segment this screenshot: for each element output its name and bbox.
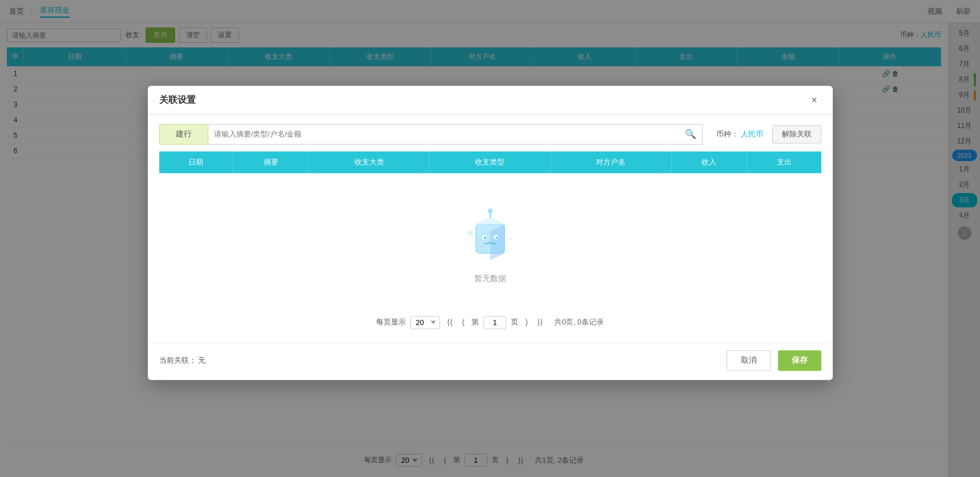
empty-state: 暂无数据 bbox=[159, 173, 821, 307]
svg-point-5 bbox=[484, 237, 486, 239]
modal-title: 关联设置 bbox=[159, 94, 196, 106]
col-expense: 支出 bbox=[747, 151, 821, 173]
first-page-btn[interactable]: ⟨⟨ bbox=[445, 316, 455, 328]
col-date: 日期 bbox=[159, 151, 233, 173]
total-records: 共0页, 0条记录 bbox=[554, 317, 604, 327]
per-page-label: 每页显示 bbox=[376, 317, 406, 327]
modal-header: 关联设置 × bbox=[148, 86, 833, 115]
svg-point-8 bbox=[489, 209, 492, 213]
footer-buttons: 取消 保存 bbox=[727, 350, 821, 371]
modal-close-button[interactable]: × bbox=[808, 94, 821, 107]
col-abstract: 摘要 bbox=[233, 151, 309, 173]
modal-top-row: 建行 🔍 币种：人民币 解除关联 bbox=[159, 124, 821, 145]
col-type: 收支类型 bbox=[430, 151, 551, 173]
save-button[interactable]: 保存 bbox=[778, 350, 821, 371]
page-label: 第 bbox=[471, 317, 479, 327]
unlink-button[interactable]: 解除关联 bbox=[772, 125, 821, 143]
prev-page-btn[interactable]: ⟨ bbox=[459, 316, 467, 328]
search-icon[interactable]: 🔍 bbox=[685, 129, 696, 139]
cancel-button[interactable]: 取消 bbox=[727, 350, 771, 371]
col-category: 收支大类 bbox=[309, 151, 430, 173]
page-suffix: 页 bbox=[511, 317, 518, 327]
search-box: 🔍 bbox=[208, 124, 703, 145]
table-header-row: 日期 摘要 收支大类 收支类型 对方户名 收入 支出 bbox=[159, 151, 821, 173]
next-page-btn[interactable]: ⟩ bbox=[523, 316, 530, 328]
current-link-info: 当前关联： 无 bbox=[159, 355, 206, 366]
svg-point-9 bbox=[468, 231, 473, 235]
modal-table: 日期 摘要 收支大类 收支类型 对方户名 收入 支出 bbox=[159, 151, 821, 307]
col-counterpart: 对方户名 bbox=[550, 151, 671, 173]
modal-body: 建行 🔍 币种：人民币 解除关联 日期 摘要 收支大类 收支类型 对方户名 收入 bbox=[148, 115, 833, 343]
svg-point-6 bbox=[495, 237, 498, 239]
svg-point-10 bbox=[509, 237, 512, 240]
empty-row: 暂无数据 bbox=[159, 173, 821, 307]
table-body: 暂无数据 bbox=[159, 173, 821, 307]
current-link-value: 无 bbox=[198, 356, 205, 364]
modal-dialog: 关联设置 × 建行 🔍 币种：人民币 解除关联 日期 摘要 收支大类 收支类 bbox=[148, 86, 833, 380]
modal-search-input[interactable] bbox=[214, 130, 685, 138]
bank-tab[interactable]: 建行 bbox=[159, 124, 208, 145]
col-income: 收入 bbox=[671, 151, 747, 173]
page-number-input[interactable] bbox=[483, 316, 506, 329]
last-page-btn[interactable]: ⟩⟩ bbox=[535, 316, 545, 328]
currency-label: 币种：人民币 bbox=[716, 129, 763, 139]
empty-illustration bbox=[462, 207, 519, 264]
empty-text: 暂无数据 bbox=[474, 274, 506, 284]
svg-point-11 bbox=[471, 246, 474, 248]
per-page-select[interactable]: 20 50 100 bbox=[410, 316, 440, 329]
modal-pagination: 每页显示 20 50 100 ⟨⟨ ⟨ 第 页 ⟩ ⟩⟩ 共0页, 0条记录 bbox=[159, 307, 821, 334]
modal-footer: 当前关联： 无 取消 保存 bbox=[148, 343, 833, 380]
